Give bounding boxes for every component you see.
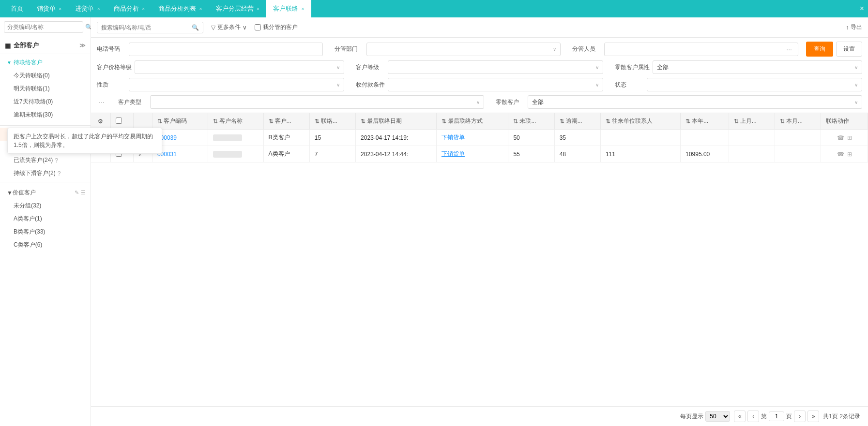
select-all-checkbox[interactable] bbox=[116, 118, 122, 124]
close-sales-icon[interactable]: × bbox=[59, 6, 61, 12]
content-area: 🔍 ▽ 更多条件 ∨ 我分管的客户 ↑ 导出 电话号码 bbox=[91, 17, 868, 426]
page-number-input[interactable] bbox=[769, 411, 784, 421]
uncontacted-sort-icon: ⇅ bbox=[513, 118, 518, 125]
close-product-analysis-icon[interactable]: × bbox=[142, 6, 145, 12]
row4-more-dots[interactable]: ··· bbox=[97, 98, 107, 106]
status-input[interactable]: ∨ bbox=[647, 78, 862, 91]
sidebar-item-already-lost[interactable]: 已流失客户(24) ? bbox=[0, 154, 91, 167]
last-contact-method-column-header[interactable]: ⇅最后联络方式 bbox=[436, 113, 508, 130]
dept-label: 分管部门 bbox=[335, 45, 364, 53]
payment-label: 收付款条件 bbox=[356, 81, 385, 89]
last-contact-date-cell-1: 2023-04-17 14:19: bbox=[356, 130, 437, 146]
close-all-tabs-button[interactable]: × bbox=[860, 4, 864, 13]
contact-count-column-header[interactable]: ⇅联络... bbox=[309, 113, 355, 130]
add-icon[interactable]: ☰ bbox=[81, 190, 86, 196]
more-action-icon-1[interactable]: ⊞ bbox=[847, 134, 852, 141]
gear-icon[interactable]: ⚙ bbox=[98, 118, 103, 125]
last-contact-method-cell-1: 下销货单 bbox=[436, 130, 508, 146]
dept-field: 分管部门 ∨ bbox=[335, 43, 561, 56]
pending-group-title[interactable]: ▼ 待联络客户 bbox=[0, 56, 91, 69]
nav-item-home[interactable]: 首页 bbox=[4, 0, 30, 17]
nav-item-purchase[interactable]: 进货单 × bbox=[68, 0, 107, 17]
customer-level-input[interactable]: ∨ bbox=[388, 60, 603, 74]
contact-method-link-1[interactable]: 下销货单 bbox=[442, 134, 465, 141]
retail-attr-field: 零散客户属性 全部 ∨ bbox=[615, 60, 862, 74]
uncontacted-column-header[interactable]: ⇅未联... bbox=[508, 113, 554, 130]
sidebar-search-input[interactable] bbox=[4, 21, 83, 33]
phone-action-icon-1[interactable]: ☎ bbox=[837, 134, 844, 141]
retail-customer-input[interactable]: 全部 ∨ bbox=[528, 95, 862, 109]
retail-customer-dropdown-icon: ∨ bbox=[854, 100, 858, 105]
action-icons-1: ☎ ⊞ bbox=[826, 134, 863, 141]
person-input[interactable]: ··· bbox=[604, 43, 798, 56]
sidebar-item-tomorrow[interactable]: 明天待联络(1) bbox=[0, 82, 91, 95]
actions-cell-1: ☎ ⊞ bbox=[821, 130, 868, 146]
retail-attr-input[interactable]: 全部 ∨ bbox=[653, 60, 862, 74]
edit-icon[interactable]: ✎ bbox=[75, 190, 79, 196]
close-purchase-icon[interactable]: × bbox=[97, 6, 100, 12]
help-icon-4[interactable]: ? bbox=[58, 170, 61, 177]
last-contact-date-column-header[interactable]: ⇅最后联络日期 bbox=[356, 113, 437, 130]
overdue-column-header[interactable]: ⇅逾期... bbox=[554, 113, 600, 130]
close-product-list-icon[interactable]: × bbox=[199, 6, 202, 12]
last-page-button[interactable]: » bbox=[807, 411, 819, 422]
retail-customer-field: 零散客户 全部 ∨ bbox=[496, 95, 862, 109]
sidebar-search-icon[interactable]: 🔍 bbox=[85, 24, 91, 30]
payment-input[interactable]: ∨ bbox=[388, 78, 603, 91]
help-icon-3[interactable]: ? bbox=[55, 157, 58, 164]
nav-item-customer-contact[interactable]: 客户联络 × bbox=[266, 0, 311, 17]
customer-level-label: 客户等级 bbox=[356, 63, 385, 72]
last-month-column-header[interactable]: ⇅上月... bbox=[729, 113, 775, 130]
person-more-icon[interactable]: ··· bbox=[784, 45, 794, 53]
name-column-header[interactable]: ⇅客户名称 bbox=[208, 113, 263, 130]
gender-input[interactable]: ∨ bbox=[129, 78, 344, 91]
last-contact-method-cell-2: 下销货单 bbox=[436, 146, 508, 162]
per-page-select[interactable]: 20 50 100 200 bbox=[705, 411, 730, 422]
this-month-column-header[interactable]: ⇅本月... bbox=[775, 113, 821, 130]
my-customers-checkbox[interactable] bbox=[255, 24, 261, 30]
first-page-button[interactable]: « bbox=[734, 411, 746, 422]
sidebar-item-a-class[interactable]: A类客户(1) bbox=[0, 212, 91, 225]
table-footer: 每页显示 20 50 100 200 « ‹ 第 页 › » 共1页 2条记录 bbox=[91, 406, 868, 426]
sidebar-item-today[interactable]: 今天待联络(0) bbox=[0, 69, 91, 82]
customer-type-input[interactable]: ∨ bbox=[150, 95, 485, 109]
sidebar-item-c-class[interactable]: C类客户(6) bbox=[0, 238, 91, 251]
export-button[interactable]: ↑ 导出 bbox=[846, 23, 862, 31]
code-column-header[interactable]: ⇅客户编码 bbox=[152, 113, 208, 130]
sidebar-item-b-class[interactable]: B类客户(33) bbox=[0, 225, 91, 238]
collapse-sidebar-icon[interactable]: ≫ bbox=[79, 42, 86, 49]
nav-item-sales[interactable]: 销货单 × bbox=[30, 0, 68, 17]
sidebar-item-overdue[interactable]: 逾期未联络(30) bbox=[0, 108, 91, 121]
nav-item-product-analysis[interactable]: 商品分析 × bbox=[107, 0, 152, 17]
retail-attr-label: 零散客户属性 bbox=[615, 63, 650, 72]
type-column-header[interactable]: ⇅客户... bbox=[263, 113, 309, 130]
phone-action-icon-2[interactable]: ☎ bbox=[837, 151, 844, 158]
sidebar-item-ungrouped[interactable]: 未分组(32) bbox=[0, 199, 91, 212]
search-icon[interactable]: 🔍 bbox=[192, 24, 199, 31]
contacts-column-header[interactable]: ⇅往来单位联系人 bbox=[600, 113, 680, 130]
close-customer-contact-icon[interactable]: × bbox=[301, 6, 304, 12]
price-level-field: 客户价格等级 ∨ bbox=[97, 60, 344, 74]
sidebar-item-declining[interactable]: 持续下滑客户(2) ? bbox=[0, 167, 91, 180]
current-year-column-header[interactable]: ⇅本年... bbox=[681, 113, 729, 130]
contact-method-link-2[interactable]: 下销货单 bbox=[442, 150, 465, 157]
settings-button[interactable]: 设置 bbox=[836, 42, 862, 57]
table-body: 1 000039 B类客户 15 2023-04-17 14:19: 下销货单 … bbox=[91, 130, 868, 162]
phone-input[interactable] bbox=[129, 43, 323, 56]
price-level-input[interactable]: ∨ bbox=[135, 60, 344, 74]
name-cell-1 bbox=[208, 130, 263, 146]
sidebar-item-7days[interactable]: 近7天待联络(0) bbox=[0, 95, 91, 108]
filter-toolbar: 🔍 ▽ 更多条件 ∨ 我分管的客户 ↑ 导出 bbox=[91, 17, 868, 38]
search-input[interactable] bbox=[101, 24, 192, 31]
close-customer-tier-icon[interactable]: × bbox=[257, 6, 259, 12]
next-page-button[interactable]: › bbox=[794, 411, 806, 422]
more-action-icon-2[interactable]: ⊞ bbox=[847, 151, 852, 158]
nav-item-product-list[interactable]: 商品分析列表 × bbox=[152, 0, 209, 17]
prev-page-button[interactable]: ‹ bbox=[747, 411, 759, 422]
top-navigation: 首页 销货单 × 进货单 × 商品分析 × 商品分析列表 × 客户分层经营 × … bbox=[0, 0, 868, 17]
more-conditions-button[interactable]: ▽ 更多条件 ∨ bbox=[207, 21, 251, 33]
query-button[interactable]: 查询 bbox=[806, 42, 833, 57]
dept-input[interactable]: ∨ bbox=[366, 43, 561, 56]
nav-item-customer-tier[interactable]: 客户分层经营 × bbox=[209, 0, 266, 17]
value-group-title[interactable]: ▼ 价值客户 ✎ ☰ bbox=[0, 186, 91, 199]
